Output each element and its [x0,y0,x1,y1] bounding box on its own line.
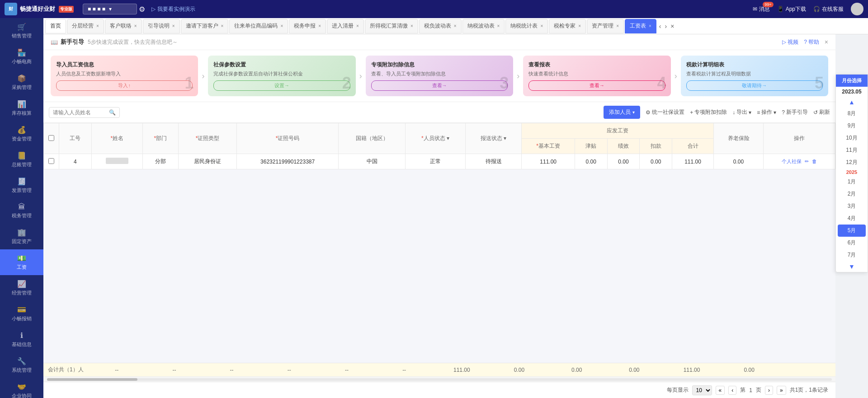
month-5[interactable]: 5月 [838,225,866,237]
tab-tax-expert[interactable]: 税检专家 × [549,19,586,33]
sidebar-item-inventory[interactable]: 📊 库存核算 [0,95,43,121]
tab-prev-button[interactable]: ‹ [657,23,663,30]
next-page-button[interactable]: › [765,386,773,395]
special-deduction-button[interactable]: + 专项附加扣除 [690,108,727,116]
tab-tax-report[interactable]: 税务申报 × [289,19,326,33]
tab-guide-desc-close[interactable]: × [172,23,175,28]
report-filter-icon[interactable]: ▾ [504,135,506,141]
sidebar-item-sales[interactable]: 🛒 销售管理 [0,18,43,44]
personal-social-insurance-link[interactable]: 个人社保 [782,159,802,164]
export-button[interactable]: ↓ 导出 ▾ [732,108,751,116]
online-service-button[interactable]: 🎧 在线客服 [813,5,844,13]
social-security-settings-button[interactable]: ⚙ 统一社保设置 [646,108,684,116]
prev-page-button[interactable]: ‹ [728,386,736,395]
tab-tax-wave[interactable]: 税负波动表 × [419,19,462,33]
month-up-button[interactable]: ▲ [847,98,857,106]
step-3-button[interactable]: 查看→ [371,80,508,91]
sidebar-item-invoice[interactable]: 🧾 发票管理 [0,173,43,198]
tab-crm[interactable]: 客户联络 × [105,19,142,33]
tab-layered-close[interactable]: × [96,23,99,28]
sidebar-item-system[interactable]: 🔧 系统管理 [0,352,43,378]
tab-invite-close[interactable]: × [221,23,224,28]
tab-product-code[interactable]: 往来单位商品编码 × [229,19,288,33]
month-7[interactable]: 7月 [836,249,868,261]
sidebar-item-operations[interactable]: 📈 经营管理 [0,275,43,301]
tab-assets-mgmt[interactable]: 资产管理 × [587,19,624,33]
tab-tax-wave-close[interactable]: × [454,23,457,28]
month-12[interactable]: 12月 [836,156,868,169]
settings-button[interactable]: ⚙ [137,3,147,15]
per-page-select[interactable]: 10 20 50 [692,385,712,395]
sidebar-item-expense[interactable]: 💳 小畅报销 [0,301,43,327]
help-link[interactable]: ? 帮助 [804,38,819,46]
tab-home[interactable]: 首页 [45,19,66,33]
month-9[interactable]: 9月 [836,120,868,132]
sidebar-item-ledger[interactable]: 📒 总账管理 [0,147,43,173]
tab-product-code-close[interactable]: × [280,23,283,28]
tab-tax-report-close[interactable]: × [318,23,321,28]
guide-close-button[interactable]: × [825,38,828,46]
step-4-button[interactable]: 查看→ [528,80,665,91]
select-all-checkbox[interactable] [48,135,54,141]
sidebar-item-collab[interactable]: 🤝 企业协同 [0,378,43,398]
tab-payroll[interactable]: 工资表 × [625,19,656,33]
step-5-button[interactable]: 敬请期待→ [686,80,823,91]
delete-icon[interactable]: 🗑 [812,159,817,164]
tab-income-tax[interactable]: 所得税汇算清缴 × [365,19,418,33]
sidebar-item-purchase[interactable]: 📦 采购管理 [0,70,43,95]
step-3-num: 3 [500,74,509,93]
tab-layered[interactable]: 分层经营 × [67,19,104,33]
month-8[interactable]: 8月 [836,108,868,120]
tab-income-tax-close[interactable]: × [410,23,413,28]
month-3[interactable]: 3月 [836,200,868,212]
scrollbar-thumb[interactable] [47,378,137,381]
operations-button[interactable]: ≡ 操作 ▾ [757,108,776,116]
sidebar-item-payroll[interactable]: 💵 工资 [0,249,43,275]
tab-close-all-button[interactable]: × [669,23,676,30]
tab-clear-close[interactable]: × [356,23,359,28]
step-1-button[interactable]: 导入↑ [56,80,193,91]
tab-payroll-close[interactable]: × [649,23,651,28]
demo-link[interactable]: ▷ 我要看实例演示 [151,5,195,13]
tab-guide-desc[interactable]: 引导说明 × [143,19,180,33]
sidebar-item-finance[interactable]: 💰 资金管理 [0,121,43,147]
step-2-button[interactable]: 设置→ [213,80,350,91]
message-button[interactable]: ✉ 消息 99+ [753,5,770,13]
new-guide-button[interactable]: ? 新手引导 [782,108,808,116]
tab-invite[interactable]: 邀请下游客户 × [181,19,229,33]
month-down-button[interactable]: ▼ [847,263,857,270]
month-2[interactable]: 2月 [836,188,868,200]
month-10[interactable]: 10月 [836,132,868,144]
row-checkbox[interactable] [48,158,54,164]
tab-tax-stat[interactable]: 纳税统计表 × [505,19,548,33]
edit-icon[interactable]: ✏ [805,159,809,164]
tab-tax-stat-close[interactable]: × [540,23,543,28]
search-box[interactable]: 🔍 [49,107,120,118]
tab-tax-wave2-close[interactable]: × [497,23,500,28]
add-person-button[interactable]: 添加人员 ▾ [604,106,640,119]
horizontal-scrollbar[interactable] [43,376,835,382]
first-page-button[interactable]: « [716,386,725,395]
month-1[interactable]: 1月 [836,176,868,188]
tab-tax-wave2[interactable]: 纳税波动表 × [462,19,505,33]
tab-tax-expert-close[interactable]: × [578,23,581,28]
refresh-button[interactable]: ↺ 刷新 [813,108,830,116]
tab-next-button[interactable]: › [663,23,669,30]
tab-clear[interactable]: 进入清册 × [327,19,364,33]
sidebar-item-ecommerce[interactable]: 🏪 小畅电商 [0,44,43,70]
last-page-button[interactable]: » [777,386,786,395]
tab-crm-close[interactable]: × [134,23,137,28]
status-filter-icon[interactable]: ▾ [447,135,449,141]
month-6[interactable]: 6月 [836,237,868,249]
sidebar-item-tax[interactable]: 🏛 税务管理 [0,198,43,224]
user-avatar[interactable] [851,3,863,15]
video-link[interactable]: ▷ 视频 [782,38,798,46]
app-download-button[interactable]: 📱 App下载 [777,5,806,13]
sidebar-item-basic-info[interactable]: ℹ 基础信息 [0,327,43,352]
month-4[interactable]: 4月 [836,212,868,225]
search-input[interactable] [53,109,107,116]
month-11[interactable]: 11月 [836,144,868,156]
company-selector[interactable]: ■ ■ ■ ■ ▾ [83,4,137,14]
tab-assets-mgmt-close[interactable]: × [616,23,619,28]
sidebar-item-assets[interactable]: 🏢 固定资产 [0,224,43,249]
